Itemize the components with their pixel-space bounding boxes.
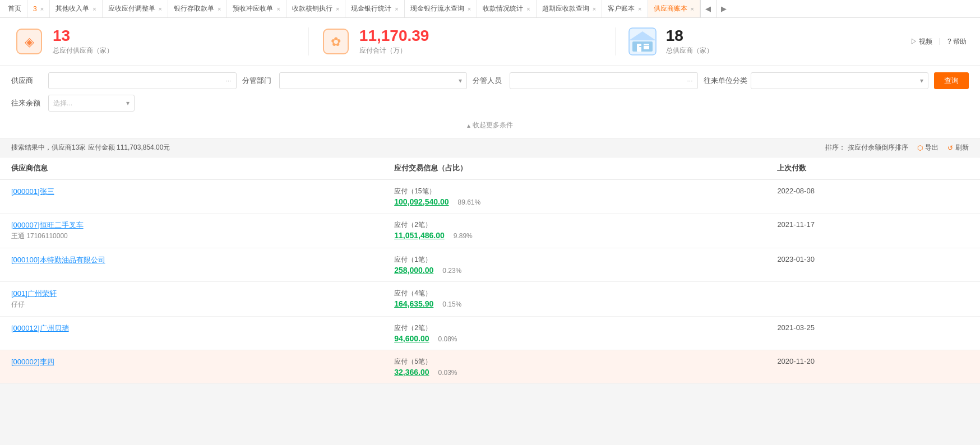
results-bar: 搜索结果中，供应商13家 应付金额 111,703,854.00元 排序： 按应…	[0, 138, 980, 157]
nav-tab-bank-close[interactable]: ×	[218, 6, 221, 12]
nav-tab-collection-stat-label: 收款情况统计	[483, 4, 523, 13]
last-pay-2: 2023-01-30	[777, 255, 969, 263]
nav-next-arrow[interactable]: ▶	[716, 0, 732, 18]
nav-tab-3[interactable]: 3 ×	[27, 0, 50, 18]
total-suppliers-number: 18	[666, 28, 713, 44]
tx-amount-3[interactable]: 164,635.90	[394, 299, 433, 308]
nav-tab-other-income-label: 其他收入单	[56, 4, 89, 13]
table-row: [000001]张三 应付（15笔） 100,092,540.00 89.61%…	[0, 180, 980, 214]
supplier-name-2[interactable]: [000100]本特勤油品有限公司	[11, 255, 394, 265]
refresh-button[interactable]: ↺ 刷新	[947, 143, 969, 152]
tx-percent-1: 9.89%	[454, 232, 473, 240]
nav-tab-3-label: 3	[33, 5, 37, 13]
nav-tab-overdue[interactable]: 超期应收款查询 ×	[537, 0, 602, 18]
nav-tab-cash-flow[interactable]: 现金银行流水查询 ×	[405, 0, 477, 18]
nav-tab-customer-ledger-close[interactable]: ×	[638, 6, 641, 12]
balance-filter-select[interactable]: 选择... ▾	[48, 95, 135, 112]
balance-placeholder: 选择...	[53, 99, 72, 108]
nav-tab-collection-label: 收款核销执行	[292, 4, 332, 13]
shop-icon	[627, 26, 658, 57]
table-row: [000007]恒旺二手叉车 王通 17106110000 应付（2笔） 11,…	[0, 214, 980, 248]
sort-label: 排序：	[825, 143, 845, 152]
supplier-info-5: [000002]李四	[11, 357, 394, 367]
tx-info-1: 应付（2笔） 11,051,486.00 9.89%	[394, 220, 777, 240]
data-table: 供应商信息 应付交易信息（占比） 上次付数 [000001]张三 应付（15笔）…	[0, 157, 980, 384]
nav-tab-adjustment[interactable]: 应收应付调整单 ×	[103, 0, 168, 18]
nav-tab-supplier-ledger[interactable]: 供应商账本 ×	[648, 0, 700, 18]
supplier-name-1[interactable]: [000007]恒旺二手叉车	[11, 220, 394, 230]
nav-tab-collection[interactable]: 收款核销执行 ×	[286, 0, 345, 18]
nav-tab-3-close[interactable]: ×	[40, 6, 44, 12]
nav-tab-bank-label: 银行存取款单	[174, 4, 214, 13]
collapse-button[interactable]: ▴ 收起更多条件	[11, 117, 969, 136]
tx-label-4: 应付（2笔）	[394, 323, 777, 333]
nav-tab-collection-stat[interactable]: 收款情况统计 ×	[477, 0, 536, 18]
filter-balance-item: 往来余额 选择... ▾	[11, 95, 135, 112]
unit-filter-label: 往来单位分类	[704, 76, 747, 86]
nav-tab-collection-close[interactable]: ×	[336, 6, 339, 12]
supplier-info-0: [000001]张三	[11, 187, 394, 197]
tx-amount-1[interactable]: 11,051,486.00	[394, 231, 445, 240]
sort-value[interactable]: 按应付余额倒序排序	[848, 143, 908, 152]
supplier-filter-dots: ···	[225, 77, 231, 85]
query-button[interactable]: 查询	[934, 72, 969, 89]
tx-amount-0[interactable]: 100,092,540.00	[394, 197, 449, 206]
table-row: [000002]李四 应付（5笔） 32,366.00 0.03% 2020-1…	[0, 350, 980, 384]
nav-prev-arrow[interactable]: ◀	[700, 0, 716, 18]
nav-tab-home[interactable]: 首页	[2, 0, 27, 18]
payable-suppliers-number: 13	[53, 28, 113, 44]
summary-divider-2	[615, 27, 616, 55]
svg-rect-7	[644, 44, 649, 49]
svg-rect-9	[639, 46, 641, 47]
summary-bar: ◈ 13 总应付供应商（家） ✿ 11,170.39 应付合计（万）	[0, 18, 980, 66]
filter-row-2: 往来余额 选择... ▾	[11, 95, 969, 112]
nav-tab-collection-stat-close[interactable]: ×	[526, 6, 530, 12]
nav-tab-other-income-close[interactable]: ×	[93, 6, 96, 12]
nav-tab-adjustment-close[interactable]: ×	[159, 6, 162, 12]
summary-item-total-payable: ✿ 11,170.39 应付合计（万）	[320, 26, 604, 57]
dept-filter-select[interactable]: ▾	[279, 72, 468, 89]
nav-tab-bank[interactable]: 银行存取款单 ×	[168, 0, 227, 18]
tx-amount-5[interactable]: 32,366.00	[394, 368, 429, 377]
nav-tab-advance[interactable]: 预收冲应收单 ×	[227, 0, 286, 18]
tx-percent-4: 0.08%	[438, 335, 457, 343]
nav-tab-supplier-ledger-close[interactable]: ×	[691, 6, 694, 12]
filter-row-1: 供应商 ··· 分管部门 ▾ 分管人员 ··· 往来单位分类 ▾ 查询	[11, 72, 969, 89]
table-row: [000012]广州贝瑞 应付（2笔） 94,600.00 0.08% 2021…	[0, 317, 980, 350]
nav-tab-customer-ledger[interactable]: 客户账本 ×	[602, 0, 648, 18]
last-pay-5: 2020-11-20	[777, 357, 969, 365]
export-button[interactable]: ⬡ 导出	[917, 143, 939, 152]
nav-tab-cash-flow-close[interactable]: ×	[468, 6, 471, 12]
nav-tab-overdue-close[interactable]: ×	[593, 6, 596, 12]
help-label: 帮助	[953, 38, 967, 45]
help-divider: |	[939, 37, 941, 47]
person-filter-input[interactable]: ···	[510, 72, 698, 89]
tx-label-5: 应付（5笔）	[394, 357, 777, 367]
nav-tab-advance-close[interactable]: ×	[276, 6, 280, 12]
nav-tab-other-income[interactable]: 其他收入单 ×	[50, 0, 102, 18]
dept-select-arrow: ▾	[459, 77, 462, 85]
supplier-name-3[interactable]: [001]广州荣轩	[11, 289, 394, 299]
supplier-name-5[interactable]: [000002]李四	[11, 357, 394, 367]
nav-tab-cash-stat[interactable]: 现金银行统计 ×	[345, 0, 404, 18]
tx-row-4: 94,600.00 0.08%	[394, 333, 777, 343]
tx-amount-2[interactable]: 258,000.00	[394, 266, 433, 275]
supplier-name-0[interactable]: [000001]张三	[11, 187, 394, 197]
svg-rect-10	[644, 45, 649, 46]
table-row: [001]广州荣轩 仔仔 应付（4笔） 164,635.90 0.15%	[0, 282, 980, 317]
help-link[interactable]: ? 帮助	[947, 37, 967, 47]
nav-tab-cash-stat-close[interactable]: ×	[395, 6, 398, 12]
tx-label-2: 应付（1笔）	[394, 255, 777, 265]
tx-row-1: 11,051,486.00 9.89%	[394, 230, 777, 240]
col-header-supplier: 供应商信息	[11, 163, 394, 173]
tx-label-3: 应付（4笔）	[394, 289, 777, 298]
collapse-chevron-icon: ▴	[467, 122, 470, 129]
video-link[interactable]: ▷ 视频	[910, 37, 932, 47]
supplier-filter-input[interactable]: ···	[48, 72, 237, 89]
video-icon: ▷	[910, 38, 917, 45]
unit-filter-select[interactable]: ▾	[751, 72, 929, 89]
supplier-name-4[interactable]: [000012]广州贝瑞	[11, 323, 394, 333]
tx-percent-2: 0.23%	[442, 267, 461, 275]
svg-text:✿: ✿	[331, 35, 341, 49]
tx-amount-4[interactable]: 94,600.00	[394, 334, 429, 343]
